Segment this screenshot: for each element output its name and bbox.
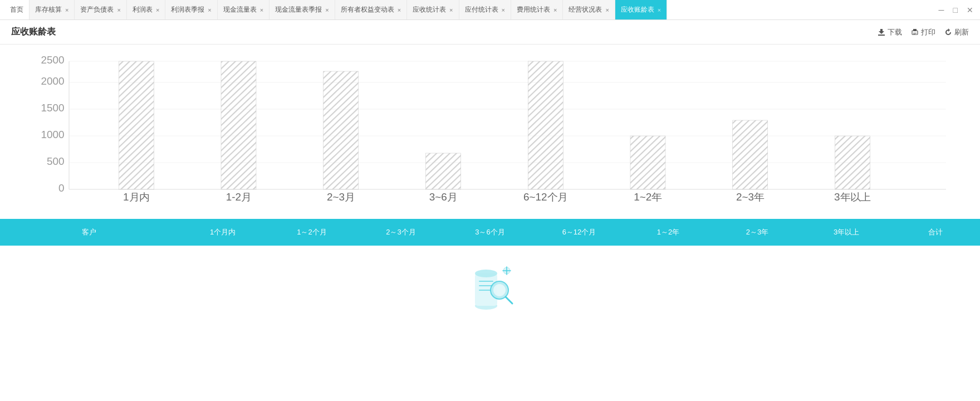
tab-bar: 首页 库存核算 × 资产负债表 × 利润表 × 利润表季报 × 现金流量表 × … — [0, 0, 980, 20]
maximize-button[interactable]: □ — [951, 4, 960, 16]
svg-rect-25 — [835, 136, 870, 189]
download-icon — [878, 28, 885, 36]
tab-cashflow-quarterly-close[interactable]: × — [325, 7, 329, 13]
svg-point-37 — [475, 270, 497, 277]
svg-rect-2 — [913, 29, 917, 31]
tab-inventory[interactable]: 库存核算 × — [30, 0, 75, 20]
svg-rect-1 — [912, 31, 918, 35]
svg-rect-18 — [119, 61, 154, 189]
download-button[interactable]: 下载 — [878, 27, 902, 37]
svg-text:1000: 1000 — [41, 129, 65, 140]
tab-ar-stats[interactable]: 应收统计表 × — [407, 0, 459, 20]
print-icon — [911, 28, 919, 36]
page-actions: 下载 打印 刷新 — [878, 27, 969, 37]
svg-rect-3 — [913, 33, 917, 33]
col-total: 合计 — [891, 227, 980, 237]
tab-balance-sheet-label: 资产负债表 — [80, 5, 114, 14]
col-over3year: 3年以上 — [802, 227, 891, 237]
col-1to2month: 1～2个月 — [267, 227, 356, 237]
tab-ar-aging-close[interactable]: × — [658, 7, 661, 13]
tab-profit[interactable]: 利润表 × — [127, 0, 165, 20]
chart-area: 0 500 1000 1500 2000 2500 1月内 1-2月 — [0, 45, 980, 219]
tab-ar-stats-close[interactable]: × — [449, 7, 453, 13]
svg-rect-19 — [221, 61, 256, 189]
svg-point-42 — [493, 284, 506, 296]
tab-inventory-label: 库存核算 — [35, 5, 62, 14]
tab-expense-stats-close[interactable]: × — [553, 7, 557, 13]
main-content: 0 500 1000 1500 2000 2500 1月内 1-2月 — [0, 45, 980, 401]
svg-text:2000: 2000 — [41, 75, 65, 86]
svg-rect-21 — [426, 153, 461, 189]
page-title: 应收账龄表 — [11, 26, 56, 38]
tab-expense-stats[interactable]: 费用统计表 × — [511, 0, 563, 20]
tab-business-status-label: 经营状况表 — [569, 5, 602, 14]
tab-equity-label: 所有者权益变动表 — [341, 5, 394, 14]
tab-ar-aging[interactable]: 应收账龄表 × — [615, 0, 667, 20]
tab-profit-quarterly-label: 利润表季报 — [171, 5, 204, 14]
tab-cashflow-quarterly-label: 现金流量表季报 — [275, 5, 322, 14]
svg-line-43 — [506, 297, 512, 304]
bar-chart: 0 500 1000 1500 2000 2500 1月内 1-2月 — [22, 56, 958, 212]
tab-profit-label: 利润表 — [133, 5, 153, 14]
tab-expense-stats-label: 费用统计表 — [517, 5, 550, 14]
svg-text:2~3年: 2~3年 — [736, 191, 764, 202]
refresh-icon — [944, 28, 952, 36]
svg-text:1~2年: 1~2年 — [634, 191, 661, 202]
col-3to6month: 3～6个月 — [445, 227, 535, 237]
refresh-button[interactable]: 刷新 — [944, 27, 969, 37]
empty-illustration — [459, 257, 521, 318]
svg-rect-22 — [528, 61, 563, 189]
tab-ap-stats[interactable]: 应付统计表 × — [459, 0, 511, 20]
tab-profit-quarterly[interactable]: 利润表季报 × — [165, 0, 217, 20]
tab-business-status[interactable]: 经营状况表 × — [563, 0, 615, 20]
svg-text:1月内: 1月内 — [123, 191, 149, 202]
tab-business-status-close[interactable]: × — [605, 7, 609, 13]
col-2to3month: 2～3个月 — [356, 227, 445, 237]
svg-rect-4 — [913, 34, 915, 35]
tab-ap-stats-label: 应付统计表 — [465, 5, 498, 14]
svg-text:2~3月: 2~3月 — [327, 191, 355, 202]
tab-balance-sheet-close[interactable]: × — [117, 7, 120, 13]
svg-text:2500: 2500 — [41, 56, 65, 66]
page-header: 应收账龄表 下载 打印 刷新 — [0, 20, 980, 45]
col-1month: 1个月内 — [178, 227, 267, 237]
svg-rect-0 — [878, 35, 885, 36]
tab-profit-quarterly-close[interactable]: × — [208, 7, 211, 13]
tab-home-label: 首页 — [10, 5, 23, 14]
col-customer: 客户 — [0, 227, 178, 237]
print-button[interactable]: 打印 — [911, 27, 935, 37]
tab-equity-close[interactable]: × — [398, 7, 401, 13]
window-controls: ─ □ ✕ — [937, 4, 976, 16]
svg-text:1500: 1500 — [41, 102, 65, 113]
svg-text:500: 500 — [47, 155, 65, 167]
col-6to12month: 6～12个月 — [535, 227, 624, 237]
svg-text:0: 0 — [58, 182, 65, 193]
table-header: 客户 1个月内 1～2个月 2～3个月 3～6个月 6～12个月 1～2年 2～… — [0, 219, 980, 246]
tab-profit-close[interactable]: × — [156, 7, 159, 13]
col-2to3year: 2～3年 — [713, 227, 802, 237]
empty-state — [0, 246, 980, 401]
tab-inventory-close[interactable]: × — [65, 7, 68, 13]
tab-cashflow-close[interactable]: × — [260, 7, 263, 13]
col-1to2year: 1～2年 — [624, 227, 713, 237]
tab-cashflow-label: 现金流量表 — [223, 5, 257, 14]
tab-home[interactable]: 首页 — [4, 0, 30, 20]
svg-rect-20 — [324, 71, 359, 189]
tab-cashflow[interactable]: 现金流量表 × — [218, 0, 270, 20]
close-window-button[interactable]: ✕ — [964, 4, 976, 16]
svg-text:1-2月: 1-2月 — [226, 191, 252, 202]
svg-text:3年以上: 3年以上 — [834, 191, 871, 202]
svg-rect-24 — [733, 120, 768, 189]
tab-ar-aging-label: 应收账龄表 — [621, 5, 654, 14]
tab-equity[interactable]: 所有者权益变动表 × — [335, 0, 407, 20]
svg-rect-23 — [630, 136, 665, 189]
tab-cashflow-quarterly[interactable]: 现金流量表季报 × — [270, 0, 335, 20]
tab-ar-stats-label: 应收统计表 — [413, 5, 446, 14]
minimize-button[interactable]: ─ — [937, 4, 947, 16]
svg-text:3~6月: 3~6月 — [429, 191, 457, 202]
tab-ap-stats-close[interactable]: × — [502, 7, 505, 13]
tab-balance-sheet[interactable]: 资产负债表 × — [75, 0, 126, 20]
svg-text:6~12个月: 6~12个月 — [523, 191, 567, 202]
